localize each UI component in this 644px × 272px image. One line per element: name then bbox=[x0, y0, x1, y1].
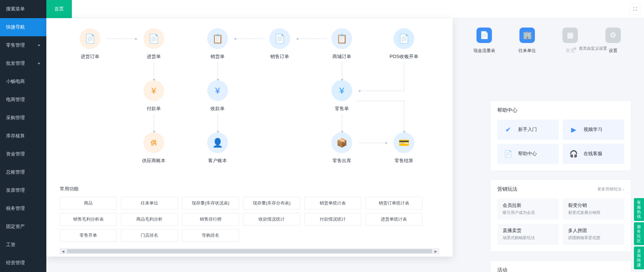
marketing-card: 营销玩法 更多营销玩法› 会员拉新吸引用户成为会员裂变分销裂变式发展分销商直播卖… bbox=[490, 180, 631, 252]
sidebar-item-13[interactable]: 工资 bbox=[0, 236, 46, 254]
node-sales-slip[interactable]: 📋 销货单 bbox=[197, 28, 238, 60]
help-item-1[interactable]: ▶视频学习 bbox=[563, 120, 624, 140]
dock-item-1[interactable]: 服务社区 bbox=[634, 222, 644, 245]
common-fn-13[interactable]: 门店排名 bbox=[121, 229, 178, 242]
quick-action-1[interactable]: 🏢往来单位 bbox=[514, 28, 541, 54]
horizontal-scrollbar[interactable]: ◀ ▶ bbox=[60, 248, 439, 254]
common-fn-14[interactable]: 导购排名 bbox=[182, 229, 239, 242]
help-item-label: 视频学习 bbox=[584, 127, 602, 133]
sidebar-item-1[interactable]: 快捷导航 bbox=[0, 18, 46, 36]
sidebar-item-label: 批发管理 bbox=[6, 60, 25, 66]
chevron-down-icon bbox=[38, 63, 40, 64]
sidebar-item-5[interactable]: 电商管理 bbox=[0, 91, 46, 109]
tab-home[interactable]: 首页 bbox=[46, 0, 72, 18]
marketing-item-title: 多人拼团 bbox=[568, 228, 619, 234]
marketing-more[interactable]: 更多营销玩法› bbox=[597, 186, 624, 192]
node-payment[interactable]: ¥ 付款单 bbox=[134, 80, 174, 112]
sidebar-item-label: 快捷导航 bbox=[6, 24, 25, 30]
fullscreen-button[interactable] bbox=[629, 3, 641, 15]
sidebar: 搜索菜单快捷导航零售管理批发管理小畅电商电商管理采购管理库存核算资金管理总账管理… bbox=[0, 0, 46, 272]
sidebar-item-label: 工资 bbox=[6, 242, 15, 248]
sidebar-item-label: 税务管理 bbox=[6, 206, 25, 212]
marketing-item-title: 裂变分销 bbox=[568, 202, 619, 209]
sidebar-item-label: 搜索菜单 bbox=[6, 6, 25, 12]
node-sales-order[interactable]: 📄 销售订单 bbox=[260, 28, 300, 60]
common-fn-7[interactable]: 商品毛利分析 bbox=[121, 213, 178, 226]
ledger-icon: 供 bbox=[143, 132, 164, 153]
activity-card: 活动 bbox=[490, 261, 631, 272]
sidebar-item-14[interactable]: 经营管理 bbox=[0, 254, 46, 272]
sidebar-item-2[interactable]: 零售管理 bbox=[0, 36, 46, 54]
common-fn-5[interactable]: 销货订单统计表 bbox=[365, 197, 422, 210]
common-fn-2[interactable]: 现存量(库存状况表) bbox=[182, 197, 239, 210]
quick-action-3[interactable]: ⚙设置 bbox=[600, 28, 627, 54]
common-fn-12[interactable]: 零售开单 bbox=[60, 229, 117, 242]
sidebar-item-7[interactable]: 库存核算 bbox=[0, 127, 46, 145]
headset-icon: 🎧 bbox=[568, 148, 579, 159]
sidebar-item-12[interactable]: 固定资产 bbox=[0, 218, 46, 236]
money-icon: ¥ bbox=[331, 80, 352, 101]
common-fn-3[interactable]: 现存量(库存分布表) bbox=[243, 197, 300, 210]
common-fn-8[interactable]: 销售排行榜 bbox=[182, 213, 239, 226]
common-fn-4[interactable]: 销货单统计表 bbox=[304, 197, 361, 210]
node-retail-outbound[interactable]: 📦 零售出库 bbox=[322, 132, 362, 164]
sidebar-item-6[interactable]: 采购管理 bbox=[0, 109, 46, 127]
common-fn-0[interactable]: 商品 bbox=[60, 197, 117, 210]
common-functions-title: 常用功能 bbox=[60, 186, 439, 192]
scroll-thumb[interactable] bbox=[67, 249, 432, 253]
node-retail-slip[interactable]: ¥ 零售单 bbox=[322, 80, 362, 112]
node-supplier-ledger[interactable]: 供 供应商账本 bbox=[134, 132, 174, 164]
marketing-item-1[interactable]: 裂变分销裂变式发展分销商 bbox=[563, 198, 624, 220]
help-item-0[interactable]: ✔新手入门 bbox=[497, 120, 559, 140]
sidebar-item-11[interactable]: 税务管理 bbox=[0, 199, 46, 218]
common-fn-1[interactable]: 往来单位 bbox=[121, 197, 178, 210]
sidebar-item-9[interactable]: 总账管理 bbox=[0, 163, 46, 181]
doc-icon: 📄 bbox=[394, 28, 414, 49]
dock-item-2[interactable]: 桌面快捷 bbox=[634, 246, 644, 269]
common-fn-11[interactable]: 进货单统计表 bbox=[365, 213, 422, 226]
marketing-item-desc: 裂变式发展分销商 bbox=[568, 210, 619, 216]
common-fn-10[interactable]: 付款情况统计 bbox=[304, 213, 361, 226]
sidebar-item-3[interactable]: 批发管理 bbox=[0, 54, 46, 73]
help-item-3[interactable]: 🎧在线客服 bbox=[563, 144, 624, 164]
none-icon: ▦ bbox=[562, 28, 578, 43]
node-mall-order[interactable]: 📋 商城订单 bbox=[322, 28, 362, 60]
node-retail-settlement[interactable]: 💳 零售结算 bbox=[384, 132, 424, 164]
scroll-left-button[interactable]: ◀ bbox=[60, 249, 66, 254]
settle-icon: 💳 bbox=[394, 132, 414, 153]
common-fn-9[interactable]: 收款情况统计 bbox=[243, 213, 300, 226]
marketing-item-desc: 吸引用户成为会员 bbox=[503, 210, 553, 216]
node-purchase-order[interactable]: 📄 进货订单 bbox=[70, 28, 110, 60]
marketing-item-2[interactable]: 直播卖货场景式购物新玩法 bbox=[497, 224, 559, 245]
main: 首页 首页自定义设置 📄现金流量表🏢往来单位▦暂无⚙设置 帮助中心 ✔新手入门▶… bbox=[46, 0, 644, 272]
quick-action-2[interactable]: ▦暂无 bbox=[557, 28, 584, 54]
node-customer-ledger[interactable]: 👤 客户账本 bbox=[197, 132, 238, 164]
marketing-item-desc: 拼团购物享受优惠 bbox=[568, 235, 619, 241]
quick-action-0[interactable]: 📄现金流量表 bbox=[471, 28, 498, 54]
sidebar-item-label: 资金管理 bbox=[6, 151, 25, 157]
doc-icon: 📄 bbox=[476, 28, 492, 43]
sidebar-item-0[interactable]: 搜索菜单 bbox=[0, 0, 46, 18]
scroll-right-button[interactable]: ▶ bbox=[433, 249, 439, 254]
quick-nav-flyout: 📄 进货订单 📄 进货单 📋 销货单 📄 销售订单 📋 商城订单 bbox=[46, 18, 453, 257]
node-purchase-slip[interactable]: 📄 进货单 bbox=[134, 28, 174, 60]
right-dock: 客服热线服务社区桌面快捷 bbox=[634, 198, 644, 269]
chevron-down-icon bbox=[38, 45, 40, 46]
help-item-2[interactable]: 📄帮助中心 bbox=[497, 144, 559, 164]
dock-item-0[interactable]: 客服热线 bbox=[634, 198, 644, 221]
list-icon: 📋 bbox=[207, 28, 228, 49]
sidebar-item-4[interactable]: 小畅电商 bbox=[0, 73, 46, 91]
marketing-item-3[interactable]: 多人拼团拼团购物享受优惠 bbox=[563, 224, 624, 245]
node-pos-checkout[interactable]: 📄 POS收银开单 bbox=[384, 28, 424, 60]
common-fn-6[interactable]: 销售毛利分析表 bbox=[60, 213, 117, 226]
marketing-item-0[interactable]: 会员拉新吸引用户成为会员 bbox=[497, 198, 559, 220]
sidebar-item-10[interactable]: 发票管理 bbox=[0, 181, 46, 199]
marketing-item-title: 直播卖货 bbox=[503, 228, 553, 234]
sidebar-item-label: 经营管理 bbox=[6, 260, 25, 266]
help-item-label: 新手入门 bbox=[518, 127, 537, 133]
sidebar-item-8[interactable]: 资金管理 bbox=[0, 145, 46, 163]
doc-in-icon: 📄 bbox=[80, 28, 100, 49]
activity-title: 活动 bbox=[497, 267, 624, 272]
node-receipt[interactable]: ¥ 收款单 bbox=[197, 80, 238, 112]
quick-action-label: 设置 bbox=[609, 48, 617, 54]
